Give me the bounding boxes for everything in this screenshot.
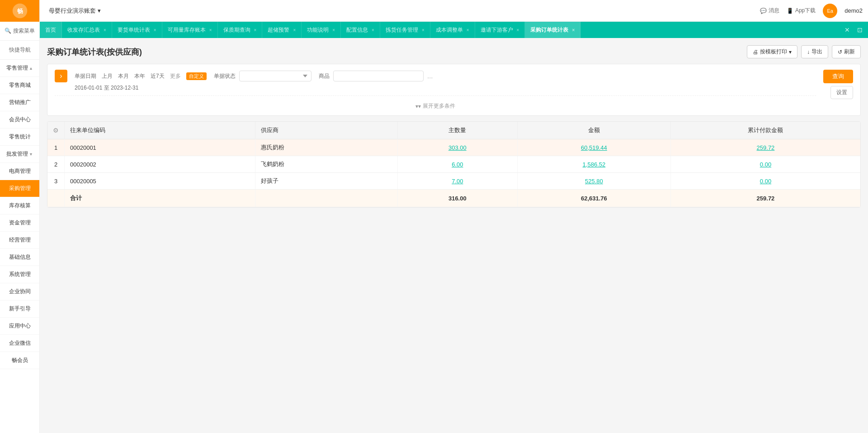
col-supplier-header: 供应商 (255, 122, 397, 139)
tab-close-icon[interactable]: × (372, 28, 374, 33)
sidebar-item-retail-mgmt[interactable]: 零售管理 ▲ (0, 60, 39, 77)
filter-toggle-button[interactable]: › (55, 70, 67, 82)
row-paid[interactable]: 0.00 (670, 156, 860, 173)
print-button[interactable]: 🖨 按模板打印 ▾ (747, 45, 797, 58)
search-menu-button[interactable]: 🔍 搜索菜单 (2, 25, 38, 37)
filter-main-row: › 单据日期 上月 本月 本年 近7天 更多 自定义 (55, 70, 853, 110)
maximize-icon[interactable]: ⊡ (855, 25, 864, 34)
shortcut-7days[interactable]: 近7天 (149, 71, 166, 81)
row-code: 00020001 (65, 139, 255, 156)
export-icon: ↓ (807, 49, 810, 55)
table-row: 2 00020002 飞鹤奶粉 6.00 1,586.52 0.00 (47, 156, 860, 173)
sidebar-item-basic-info[interactable]: 基础信息 (0, 249, 39, 266)
goods-more-icon[interactable]: … (427, 73, 433, 80)
shortcut-this-month[interactable]: 本月 (116, 71, 131, 81)
sidebar-item-inventory[interactable]: 库存核算 (0, 197, 39, 214)
sidebar-item-new-guide[interactable]: 新手引导 (0, 300, 39, 318)
row-qty[interactable]: 303.00 (397, 139, 517, 156)
tab-home[interactable]: 首页 (40, 22, 62, 38)
tab-config-info[interactable]: 配置信息 × (341, 22, 380, 38)
sidebar-item-enterprise-wechat[interactable]: 企业微信 (0, 335, 39, 352)
expand-more-button[interactable]: ▾▾ 展开更多条件 (415, 100, 455, 110)
filter-fields: › 单据日期 上月 本月 本年 近7天 更多 自定义 (55, 70, 816, 110)
status-select[interactable] (239, 71, 311, 81)
sidebar-item-members[interactable]: 会员中心 (0, 111, 39, 128)
sidebar-item-system-mgmt[interactable]: 系统管理 (0, 266, 39, 283)
app-download-button[interactable]: 📱 App下载 (787, 7, 816, 14)
tab-close-icon[interactable]: × (332, 28, 335, 33)
shortcut-last-month[interactable]: 上月 (100, 71, 114, 81)
row-index: 3 (47, 173, 65, 190)
tab-close-icon[interactable]: × (467, 28, 469, 33)
refresh-button[interactable]: ↺ 刷新 (832, 45, 861, 58)
tab-invite-downstream[interactable]: 邀请下游客户 × (475, 22, 525, 38)
user-name[interactable]: demo2 (844, 7, 863, 14)
col-code-header: 往来单位编码 (65, 122, 255, 139)
footer-paid: 259.72 (670, 190, 860, 207)
quick-nav-button[interactable]: 快捷导航 (2, 44, 38, 56)
tab-purchase-summary[interactable]: 采购订单统计表 × (525, 22, 580, 38)
footer-empty-1 (47, 190, 65, 207)
sidebar-item-enterprise[interactable]: 企业协同 (0, 283, 39, 300)
tab-picking-task[interactable]: 拣货任务管理 × (380, 22, 430, 38)
row-index: 1 (47, 139, 65, 156)
settings-button[interactable]: 设置 (830, 86, 853, 99)
sidebar-item-retail-stats[interactable]: 零售统计 (0, 128, 39, 146)
export-button[interactable]: ↓ 导出 (801, 45, 828, 58)
sidebar-item-vip[interactable]: 畅会员 (0, 352, 39, 369)
row-amount[interactable]: 1,586.52 (517, 156, 670, 173)
sidebar-item-marketing[interactable]: 营销推广 (0, 94, 39, 111)
row-paid[interactable]: 259.72 (670, 139, 860, 156)
row-amount[interactable]: 60,519.44 (517, 139, 670, 156)
row-code: 00020002 (65, 156, 255, 173)
tab-expiry-query[interactable]: 保质期查询 × (218, 22, 263, 38)
tab-demand-summary[interactable]: 要货单统计表 × (112, 22, 162, 38)
avatar[interactable]: Ea (823, 4, 837, 18)
tab-close-icon[interactable]: × (154, 28, 156, 33)
sidebar-item-purchase-mgmt[interactable]: 采购管理 (0, 180, 39, 197)
tab-close-icon[interactable]: × (422, 28, 425, 33)
row-paid[interactable]: 0.00 (670, 173, 860, 190)
message-button[interactable]: 💬 消息 (760, 7, 779, 14)
tab-receive-summary[interactable]: 收发存汇总表 × (62, 22, 112, 38)
close-window-icon[interactable]: ✕ (843, 25, 852, 34)
tab-close-icon[interactable]: × (293, 28, 296, 33)
sidebar-item-ecom-mgmt[interactable]: 电商管理 (0, 163, 39, 180)
sidebar-item-finance[interactable]: 资金管理 (0, 214, 39, 232)
column-settings-icon[interactable]: ⚙ (53, 127, 59, 134)
sidebar-logo: 畅 (0, 0, 39, 22)
tab-close-icon[interactable]: × (254, 28, 257, 33)
row-code: 00020005 (65, 173, 255, 190)
message-icon: 💬 (760, 8, 767, 14)
sidebar: 畅 🔍 搜索菜单 快捷导航 零售管理 ▲ 零售商城 营销推广 会员中心 零售统计… (0, 0, 40, 433)
col-paid-header: 累计付款金额 (670, 122, 860, 139)
goods-input[interactable] (333, 71, 424, 81)
tab-close-icon[interactable]: × (517, 28, 519, 33)
tab-cost-adjust[interactable]: 成本调整单 × (430, 22, 475, 38)
shortcut-more[interactable]: 更多 (168, 71, 183, 81)
tabbar-actions: ✕ ⊡ (839, 22, 868, 38)
sidebar-item-wholesale-mgmt[interactable]: 批发管理 ▼ (0, 146, 39, 163)
tab-close-icon[interactable]: × (572, 28, 575, 33)
row-supplier: 好孩子 (255, 173, 397, 190)
tab-function-desc[interactable]: 功能说明 × (302, 22, 341, 38)
sidebar-item-app-center[interactable]: 应用中心 (0, 318, 39, 335)
row-amount[interactable]: 525.80 (517, 173, 670, 190)
date-range-tag[interactable]: 自定义 (186, 72, 207, 80)
col-qty-header: 主数量 (397, 122, 517, 139)
tab-close-icon[interactable]: × (104, 28, 106, 33)
page-header: 采购订单统计表(按供应商) 🖨 按模板打印 ▾ ↓ 导出 ↺ 刷新 (47, 45, 861, 58)
tab-close-icon[interactable]: × (209, 28, 212, 33)
tab-overstock-alert[interactable]: 超储预警 × (262, 22, 302, 38)
query-button[interactable]: 查询 (823, 70, 853, 83)
account-dropdown[interactable]: 母婴行业演示账套 ▾ (45, 5, 104, 17)
status-label: 单据状态 (214, 72, 236, 80)
row-qty[interactable]: 7.00 (397, 173, 517, 190)
tab-available-inventory[interactable]: 可用量库存账本 × (162, 22, 218, 38)
filter-panel: › 单据日期 上月 本月 本年 近7天 更多 自定义 (47, 64, 861, 116)
sidebar-item-ops-mgmt[interactable]: 经营管理 (0, 232, 39, 249)
topbar-right: 💬 消息 📱 App下载 Ea demo2 (760, 4, 863, 18)
shortcut-this-year[interactable]: 本年 (132, 71, 147, 81)
sidebar-item-retail-shop[interactable]: 零售商城 (0, 77, 39, 94)
row-qty[interactable]: 6.00 (397, 156, 517, 173)
